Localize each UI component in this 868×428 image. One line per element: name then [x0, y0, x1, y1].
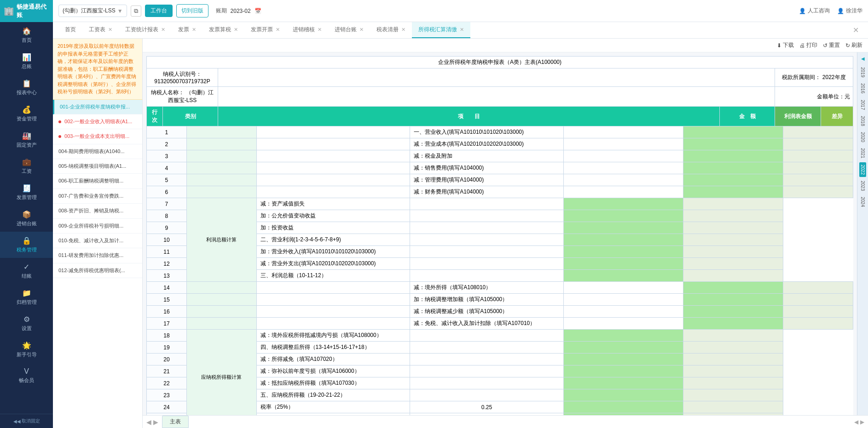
- amount-cell[interactable]: [410, 354, 564, 365]
- diff-cell[interactable]: [783, 306, 853, 318]
- amount-cell[interactable]: [410, 377, 564, 389]
- profit-amount-cell[interactable]: [563, 354, 683, 365]
- expand-icon[interactable]: ◀: [859, 54, 866, 63]
- print-button[interactable]: 🖨 打印: [799, 41, 817, 49]
- year-item[interactable]: 2023: [859, 178, 866, 193]
- close-all-icon[interactable]: ✕: [849, 26, 862, 34]
- list-item-010[interactable]: 010-免税、减计收入及加计...: [53, 234, 142, 248]
- sidebar-item-home[interactable]: 🏠 首页: [0, 22, 53, 48]
- diff-cell[interactable]: [683, 389, 783, 401]
- list-item-007[interactable]: 007-广告费和业务宣传费跌...: [53, 189, 142, 204]
- scroll-left-icon[interactable]: ◀: [854, 419, 858, 425]
- amount-cell[interactable]: [563, 162, 683, 174]
- diff-cell[interactable]: [683, 246, 783, 258]
- year-item[interactable]: 2021: [859, 146, 866, 160]
- list-item-005[interactable]: 005-纳税调整项目明细表(A1...: [53, 159, 142, 174]
- copy-button[interactable]: ⧉: [131, 6, 141, 17]
- sidebar-item-settings[interactable]: ⚙ 设置: [0, 310, 53, 337]
- bottom-tab-main[interactable]: 主表: [162, 416, 189, 428]
- amount-cell[interactable]: [410, 198, 564, 210]
- year-item[interactable]: 2019: [859, 65, 866, 80]
- sidebar-item-reports[interactable]: 📋 报表中心: [0, 74, 53, 101]
- prev-icon[interactable]: ◀: [146, 418, 151, 426]
- year-item[interactable]: 2024: [859, 194, 866, 209]
- tab-close-icon[interactable]: ✕: [401, 27, 405, 33]
- profit-amount-cell[interactable]: [563, 246, 683, 258]
- amount-cell[interactable]: [410, 389, 564, 401]
- amount-cell[interactable]: [410, 342, 564, 354]
- scroll-right-icon[interactable]: ▶: [860, 419, 864, 425]
- profit-amount-cell[interactable]: [683, 162, 783, 174]
- list-item-008[interactable]: 008-资产折旧、摊销及纳税...: [53, 204, 142, 218]
- diff-cell[interactable]: [683, 210, 783, 222]
- diff-cell[interactable]: [783, 282, 853, 294]
- profit-amount-cell[interactable]: [683, 306, 783, 318]
- tab-close-icon[interactable]: ✕: [192, 27, 196, 33]
- diff-cell[interactable]: [683, 258, 783, 270]
- tab-tax-calc[interactable]: 所得税汇算清缴 ✕: [412, 22, 470, 38]
- amount-cell[interactable]: [563, 126, 683, 138]
- amount-cell[interactable]: [410, 246, 564, 258]
- list-item-011[interactable]: 011-研发费用加计扣除优惠...: [53, 248, 142, 263]
- profit-amount-cell[interactable]: [563, 377, 683, 389]
- profit-amount-cell[interactable]: [563, 198, 683, 210]
- amount-cell[interactable]: [410, 365, 564, 377]
- tab-close-icon[interactable]: ✕: [234, 27, 238, 33]
- diff-cell[interactable]: [683, 270, 783, 282]
- sidebar-item-invoices[interactable]: 🧾 发票管理: [0, 179, 53, 205]
- sidebar-item-guide[interactable]: 🌟 新手引导: [0, 337, 53, 363]
- diff-cell[interactable]: [783, 186, 853, 198]
- year-item[interactable]: 2022: [859, 162, 866, 177]
- list-item-012[interactable]: 012-减免所得税优惠明细表(...: [53, 263, 142, 278]
- tab-close-icon[interactable]: ✕: [318, 27, 322, 33]
- tab-invoice[interactable]: 发票 ✕: [172, 22, 203, 38]
- profit-amount-cell[interactable]: [563, 389, 683, 401]
- profit-amount-cell[interactable]: [683, 294, 783, 306]
- profit-amount-cell[interactable]: [563, 342, 683, 354]
- list-item-003[interactable]: 003-一般企业成本支出明细...: [53, 129, 142, 144]
- year-item[interactable]: 2017: [859, 97, 866, 112]
- profit-amount-cell[interactable]: [563, 365, 683, 377]
- sidebar-item-member[interactable]: V 畅会员: [0, 363, 53, 388]
- year-item[interactable]: 2018: [859, 114, 866, 128]
- profit-amount-cell[interactable]: [683, 174, 783, 186]
- diff-cell[interactable]: [783, 162, 853, 174]
- profit-amount-cell[interactable]: [563, 222, 683, 234]
- diff-cell[interactable]: [783, 138, 853, 150]
- amount-cell[interactable]: [563, 318, 683, 330]
- pin-button[interactable]: ◀◀ 取消固定: [0, 414, 53, 428]
- user-profile[interactable]: 👤 徐洼华: [837, 7, 862, 15]
- amount-cell[interactable]: [410, 330, 564, 342]
- amount-cell[interactable]: [410, 258, 564, 270]
- tab-sales-ledger[interactable]: 进销台账 ✕: [328, 22, 370, 38]
- amount-cell[interactable]: [410, 270, 564, 282]
- amount-cell[interactable]: [410, 234, 564, 246]
- profit-amount-cell[interactable]: [563, 330, 683, 342]
- amount-cell[interactable]: [563, 294, 683, 306]
- sidebar-item-salary[interactable]: 💼 工资: [0, 153, 53, 179]
- diff-cell[interactable]: [683, 377, 783, 389]
- tab-close-icon[interactable]: ✕: [276, 27, 280, 33]
- tab-sales-check[interactable]: 进销稽核 ✕: [286, 22, 328, 38]
- tab-invoice-open[interactable]: 发票开票 ✕: [244, 22, 286, 38]
- amount-cell[interactable]: [563, 138, 683, 150]
- download-button[interactable]: ⬇ 下载: [777, 41, 794, 49]
- refresh-button[interactable]: ↻ 刷新: [845, 41, 862, 49]
- tab-home[interactable]: 首页: [58, 22, 82, 38]
- sidebar-item-closeout[interactable]: ✓ 结账: [0, 258, 53, 284]
- diff-cell[interactable]: [783, 150, 853, 162]
- amount-cell[interactable]: [563, 282, 683, 294]
- tab-close-icon[interactable]: ✕: [161, 27, 165, 33]
- reset-button[interactable]: ↺ 重置: [823, 41, 840, 49]
- profit-amount-cell[interactable]: [563, 270, 683, 282]
- diff-cell[interactable]: [683, 342, 783, 354]
- profit-amount-cell[interactable]: [683, 138, 783, 150]
- sidebar-item-tax[interactable]: 🔒 税务管理: [0, 232, 53, 258]
- diff-cell[interactable]: [683, 222, 783, 234]
- diff-cell[interactable]: [683, 354, 783, 365]
- tab-close-icon[interactable]: ✕: [359, 27, 364, 33]
- amount-cell[interactable]: 0.25: [410, 401, 564, 413]
- profit-amount-cell[interactable]: [683, 126, 783, 138]
- tab-close-icon[interactable]: ✕: [108, 27, 112, 33]
- list-item-002[interactable]: 002-一般企业收入明细表(A1...: [53, 114, 142, 129]
